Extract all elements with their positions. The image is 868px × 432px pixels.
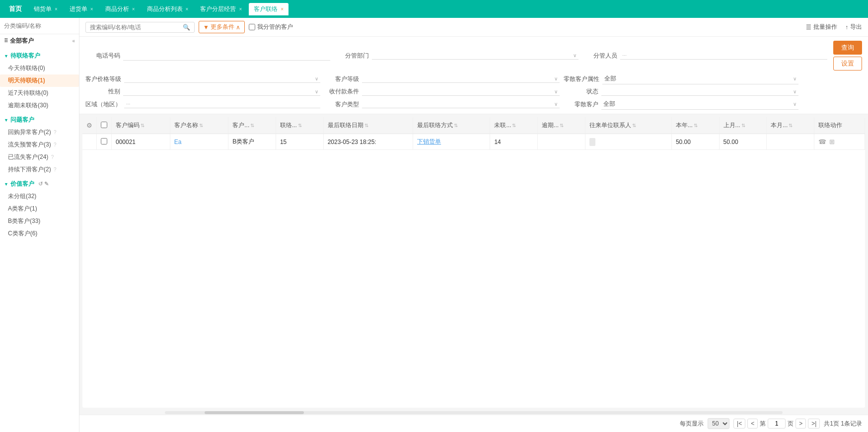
sort-this-month[interactable]: ⇅ [789, 123, 793, 128]
region-label: 区域（地区） [85, 100, 121, 109]
sidebar-item-7days[interactable]: 近7天待联络(0) [0, 87, 79, 99]
sort-last-date[interactable]: ⇅ [364, 123, 368, 128]
col-code: 客户编码⇅ [112, 117, 170, 134]
gender-select[interactable]: ∨ [123, 88, 320, 96]
retail-customer-select[interactable]: 全部 ∨ [601, 99, 798, 110]
filter-col-status: 状态 ∨ [564, 87, 798, 96]
help-icon-churned: ? [51, 154, 54, 160]
my-customers-check-input[interactable] [249, 24, 255, 30]
sidebar-item-class-b[interactable]: B类客户(33) [0, 215, 79, 227]
gear-icon[interactable]: ⚙ [86, 122, 92, 129]
last-page-btn[interactable]: >| [808, 419, 820, 429]
row-checkbox [97, 134, 112, 150]
row-last-month: 50.00 [719, 134, 767, 150]
sidebar-all-customers[interactable]: ⠿ 全部客户 « [0, 34, 79, 48]
sidebar-item-today[interactable]: 今天待联络(0) [0, 62, 79, 74]
sort-this-year[interactable]: ⇅ [694, 123, 698, 128]
batch-ops-btn[interactable]: ☰ 批量操作 [806, 23, 837, 31]
sidebar-item-class-c[interactable]: C类客户(6) [0, 227, 79, 240]
page-size-select[interactable]: 50 [708, 418, 729, 429]
query-button[interactable]: 查询 [833, 41, 862, 55]
sidebar-item-declining[interactable]: 持续下滑客户(2) ? [0, 163, 79, 176]
retail-attr-select[interactable]: 全部 ∨ [602, 73, 798, 84]
customer-type-label: 客户类型 [324, 100, 359, 109]
row-last-method-link[interactable]: 下销货单 [417, 138, 441, 145]
region-select[interactable]: ··· [124, 100, 320, 108]
more-conditions-btn[interactable]: ▼ 更多条件 ∧ [199, 21, 245, 33]
sort-pending[interactable]: ⇅ [512, 123, 516, 128]
customer-type-select[interactable]: ∨ [362, 100, 559, 108]
payment-select[interactable]: ∨ [362, 88, 559, 96]
sort-last-month[interactable]: ⇅ [741, 123, 745, 128]
phone-input[interactable] [123, 51, 330, 61]
settings-button[interactable]: 设置 [833, 57, 862, 71]
payment-label: 收付款条件 [324, 87, 359, 96]
sidebar-item-class-a[interactable]: A类客户(1) [0, 203, 79, 215]
sidebar-group-value: ▼ 价值客户 ↺ ✎ [0, 178, 79, 190]
dept-label: 分管部门 [334, 52, 369, 60]
sort-name[interactable]: ⇅ [199, 123, 203, 128]
sidebar-item-tomorrow[interactable]: 明天待联络(1) [0, 74, 79, 87]
nav-item-customer-tier[interactable]: 客户分层经营× [195, 3, 247, 15]
col-action: 联络动作 [814, 117, 865, 134]
row-select-checkbox[interactable] [101, 138, 107, 144]
sidebar-item-unclassified[interactable]: 未分组(32) [0, 190, 79, 203]
col-last-method: 最后联络方式⇅ [413, 117, 490, 134]
sort-contacts[interactable]: ⇅ [632, 123, 636, 128]
sidebar-item-churn-warning[interactable]: 流失预警客户(3) ? [0, 139, 79, 151]
search-icon-btn[interactable]: 🔍 [183, 24, 190, 31]
retail-attr-chevron: ∨ [793, 76, 796, 81]
nav-item-purchase[interactable]: 进货单× [65, 3, 98, 15]
my-customers-checkbox[interactable]: 我分管的客户 [249, 23, 293, 31]
sort-code[interactable]: ⇅ [141, 123, 145, 128]
dept-chevron: ∨ [573, 53, 577, 58]
sort-type[interactable]: ⇅ [250, 123, 254, 128]
col-last-date: 最后联络日期⇅ [323, 117, 413, 134]
filter-row-2: 客户价格等级 ∨ 客户等级 ∨ 零散客户属性 全部 ∨ [85, 73, 862, 84]
customer-type-chevron: ∨ [554, 101, 558, 107]
sidebar-item-repurchase-anomaly[interactable]: 回购异常客户(2) ? [0, 126, 79, 139]
nav-item-sales[interactable]: 销货单× [29, 3, 63, 15]
status-label: 状态 [564, 87, 598, 96]
next-page-btn[interactable]: > [796, 419, 806, 429]
region-dots: ··· [126, 101, 130, 107]
sidebar-item-overdue[interactable]: 逾期未联络(30) [0, 99, 79, 112]
row-name-link[interactable]: Ea [174, 139, 182, 145]
retail-attr-label: 零散客户属性 [564, 75, 599, 83]
nav-home[interactable]: 首页 [4, 2, 27, 15]
nav-item-customer-contact[interactable]: 客户联络× [249, 3, 289, 15]
nav-item-product-analysis-list[interactable]: 商品分析列表× [142, 3, 194, 15]
nav-item-product-analysis[interactable]: 商品分析× [100, 3, 140, 15]
scrollbar-track[interactable] [165, 411, 783, 414]
sort-overdue[interactable]: ⇅ [560, 123, 564, 128]
horizontal-scrollbar[interactable] [79, 411, 868, 415]
action-phone-icon[interactable]: ☎ [818, 138, 826, 145]
manager-select[interactable]: ··· [620, 52, 827, 60]
action-grid-icon[interactable]: ⊞ [829, 138, 835, 145]
price-level-select[interactable]: ∨ [124, 75, 320, 83]
sidebar-item-churned[interactable]: 已流失客户(24) ? [0, 151, 79, 163]
search-input[interactable] [90, 24, 181, 31]
filter-col-price-level: 客户价格等级 ∨ [85, 75, 320, 83]
page-input[interactable] [768, 419, 786, 429]
export-btn[interactable]: ↑ 导出 [845, 23, 862, 31]
filter-panel: 电话号码 分管部门 ∨ 分管人员 ··· 查询 设置 [79, 37, 868, 114]
dept-select[interactable]: ∨ [372, 52, 579, 60]
first-page-btn[interactable]: |< [733, 419, 745, 429]
row-overdue [538, 134, 585, 150]
filter-col-gender: 性别 ∨ [85, 87, 320, 96]
filter-col-customer-type: 客户类型 ∨ [324, 100, 559, 109]
search-bar: 🔍 ▼ 更多条件 ∧ 我分管的客户 ☰ 批量操作 ↑ 导出 [79, 18, 868, 37]
sidebar-search-input[interactable] [4, 22, 78, 29]
manager-label: 分管人员 [582, 52, 617, 60]
filter-col-retail-attr: 零散客户属性 全部 ∨ [564, 73, 798, 84]
collapse-icon: « [72, 38, 75, 44]
scrollbar-thumb[interactable] [205, 411, 304, 414]
sort-last-method[interactable]: ⇅ [454, 123, 458, 128]
sort-contact[interactable]: ⇅ [298, 123, 302, 128]
filter-actions: 查询 设置 [831, 41, 862, 71]
select-all-checkbox[interactable] [101, 122, 107, 128]
prev-page-btn[interactable]: < [747, 419, 758, 429]
customer-level-select[interactable]: ∨ [362, 75, 559, 83]
status-select[interactable]: ∨ [601, 88, 798, 96]
